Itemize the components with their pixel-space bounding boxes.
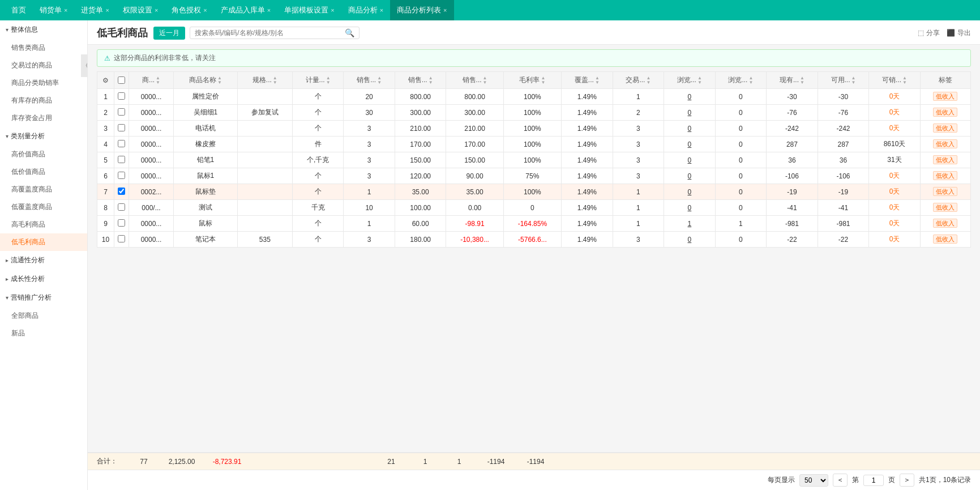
row-checkbox-cell[interactable] bbox=[114, 121, 129, 137]
row-number: 6 bbox=[97, 168, 114, 184]
row-checkbox[interactable] bbox=[118, 140, 125, 147]
row-view1[interactable]: 1 bbox=[664, 216, 716, 232]
sidebar-item-high-margin[interactable]: 高毛利商品 bbox=[0, 216, 87, 233]
sort-icon-price: ▲▼ bbox=[429, 76, 433, 85]
nav-product-entry[interactable]: 产成品入库单× bbox=[214, 0, 277, 20]
row-view1[interactable]: 0 bbox=[664, 184, 716, 200]
nav-sales-order[interactable]: 销货单× bbox=[33, 0, 74, 20]
nav-template-settings[interactable]: 单据模板设置× bbox=[277, 0, 341, 20]
row-sales-amount: -98.91 bbox=[446, 216, 503, 232]
footer-view1: 1 bbox=[408, 458, 442, 466]
col-available[interactable]: 可用... ▲▼ bbox=[818, 72, 869, 89]
row-checkbox-cell[interactable] bbox=[114, 200, 129, 216]
col-settings[interactable]: ⚙ bbox=[97, 72, 114, 89]
per-page-select[interactable]: 50 100 200 bbox=[799, 474, 828, 487]
row-checkbox[interactable] bbox=[118, 203, 125, 211]
sidebar-item-low-margin[interactable]: 低毛利商品 bbox=[0, 233, 87, 251]
col-coverage[interactable]: 覆盖... ▲▼ bbox=[562, 72, 613, 89]
col-tag[interactable]: 标签 bbox=[920, 72, 970, 89]
col-checkbox[interactable] bbox=[114, 72, 129, 89]
nav-home[interactable]: 首页 bbox=[5, 0, 33, 20]
row-checkbox-cell[interactable] bbox=[114, 168, 129, 184]
next-page-button[interactable]: ＞ bbox=[900, 474, 914, 487]
export-button[interactable]: ⬛ 导出 bbox=[947, 28, 971, 38]
row-checkbox[interactable] bbox=[118, 156, 125, 163]
row-code: 000/... bbox=[129, 200, 174, 216]
sidebar-item-high-coverage[interactable]: 高覆盖度商品 bbox=[0, 181, 87, 198]
prev-page-button[interactable]: ＜ bbox=[833, 474, 848, 487]
select-all-checkbox[interactable] bbox=[118, 76, 125, 84]
nav-permission-settings[interactable]: 权限设置× bbox=[116, 0, 165, 20]
row-name: 电话机 bbox=[174, 121, 238, 137]
col-current-stock[interactable]: 现有... ▲▼ bbox=[767, 72, 818, 89]
row-sellable: 31天 bbox=[869, 152, 921, 168]
col-unit[interactable]: 计量... ▲▼ bbox=[292, 72, 344, 89]
sidebar-item-inventory-funds[interactable]: 库存资金占用 bbox=[0, 109, 87, 127]
nav-purchase-order[interactable]: 进货单× bbox=[74, 0, 115, 20]
sidebar-group-marketing[interactable]: ▾ 营销推广分析 bbox=[0, 288, 87, 307]
row-checkbox-cell[interactable] bbox=[114, 105, 129, 121]
sidebar-item-new-products[interactable]: 新品 bbox=[0, 325, 87, 342]
row-unit: 个 bbox=[292, 89, 344, 105]
nav-role-auth[interactable]: 角色授权× bbox=[165, 0, 213, 20]
sidebar-collapse-button[interactable]: 《 bbox=[81, 54, 88, 77]
row-sales-amount: 300.00 bbox=[446, 105, 503, 121]
row-checkbox[interactable] bbox=[118, 219, 125, 227]
row-checkbox[interactable] bbox=[118, 108, 125, 116]
sidebar-item-stocked-products[interactable]: 有库存的商品 bbox=[0, 92, 87, 109]
search-input[interactable] bbox=[195, 29, 345, 37]
row-checkbox[interactable] bbox=[118, 235, 125, 242]
row-checkbox-cell[interactable] bbox=[114, 184, 129, 200]
row-checkbox-cell[interactable] bbox=[114, 89, 129, 105]
sort-icon-trade: ▲▼ bbox=[646, 76, 651, 85]
row-checkbox[interactable] bbox=[118, 172, 125, 179]
row-view1[interactable]: 0 bbox=[664, 137, 716, 152]
col-name[interactable]: 商品名称 ▲▼ bbox=[174, 72, 238, 89]
row-view1[interactable]: 0 bbox=[664, 105, 716, 121]
row-view1[interactable]: 0 bbox=[664, 152, 716, 168]
col-view2[interactable]: 浏览... ▲▼ bbox=[715, 72, 767, 89]
col-sales-qty[interactable]: 销售... ▲▼ bbox=[344, 72, 395, 89]
row-view1[interactable]: 0 bbox=[664, 168, 716, 184]
sidebar-item-all-products[interactable]: 全部商品 bbox=[0, 307, 87, 325]
row-checkbox-cell[interactable] bbox=[114, 232, 129, 248]
col-code[interactable]: 商... ▲▼ bbox=[129, 72, 174, 89]
sidebar-item-category-sales-rate[interactable]: 商品分类助销率 bbox=[0, 74, 87, 92]
col-view1[interactable]: 浏览... ▲▼ bbox=[664, 72, 716, 89]
row-checkbox[interactable] bbox=[118, 188, 125, 195]
row-checkbox-cell[interactable] bbox=[114, 216, 129, 232]
row-view1[interactable]: 0 bbox=[664, 121, 716, 137]
row-view1[interactable]: 0 bbox=[664, 200, 716, 216]
row-view1[interactable]: 0 bbox=[664, 89, 716, 105]
search-icon[interactable]: 🔍 bbox=[345, 28, 354, 37]
col-trade-count[interactable]: 交易... ▲▼ bbox=[613, 72, 664, 89]
row-checkbox[interactable] bbox=[118, 92, 125, 100]
sidebar-item-low-value[interactable]: 低价值商品 bbox=[0, 163, 87, 181]
sidebar-item-low-coverage[interactable]: 低覆盖度商品 bbox=[0, 198, 87, 216]
row-checkbox[interactable] bbox=[118, 124, 125, 131]
col-sales-price[interactable]: 销售... ▲▼ bbox=[395, 72, 446, 89]
row-checkbox-cell[interactable] bbox=[114, 152, 129, 168]
sidebar-group-overall-info[interactable]: ▾ 整体信息 bbox=[0, 20, 87, 39]
row-view1[interactable]: 0 bbox=[664, 232, 716, 248]
alert-banner: ⚠ 这部分商品的利润非常低，请关注 bbox=[97, 49, 971, 67]
date-filter-button[interactable]: 近一月 bbox=[153, 27, 185, 40]
col-spec[interactable]: 规格... ▲▼ bbox=[237, 72, 292, 89]
sidebar-group-circulation[interactable]: ▸ 流通性分析 bbox=[0, 251, 87, 270]
sidebar-item-sales-products[interactable]: 销售类商品 bbox=[0, 39, 87, 57]
row-sales-price: 60.00 bbox=[395, 216, 446, 232]
sidebar-item-traded-products[interactable]: 交易过的商品 bbox=[0, 57, 87, 74]
sidebar-group-category-analysis[interactable]: ▾ 类别量分析 bbox=[0, 127, 87, 146]
col-sellable[interactable]: 可销... ▲▼ bbox=[869, 72, 921, 89]
nav-product-analysis[interactable]: 商品分析× bbox=[341, 0, 390, 20]
col-gross-margin[interactable]: 毛利率 ▲▼ bbox=[503, 72, 561, 89]
col-sales-amount[interactable]: 销售... ▲▼ bbox=[446, 72, 503, 89]
row-checkbox-cell[interactable] bbox=[114, 137, 129, 152]
row-sales-amount: 35.00 bbox=[446, 184, 503, 200]
nav-product-analysis-list[interactable]: 商品分析列表× bbox=[390, 0, 453, 20]
page-number-input[interactable] bbox=[863, 475, 884, 486]
sidebar-item-high-value[interactable]: 高价值商品 bbox=[0, 146, 87, 163]
sidebar-group-growth[interactable]: ▸ 成长性分析 bbox=[0, 270, 87, 288]
share-button[interactable]: ⬚ 分享 bbox=[918, 28, 940, 38]
sort-icon-amount: ▲▼ bbox=[483, 76, 487, 85]
